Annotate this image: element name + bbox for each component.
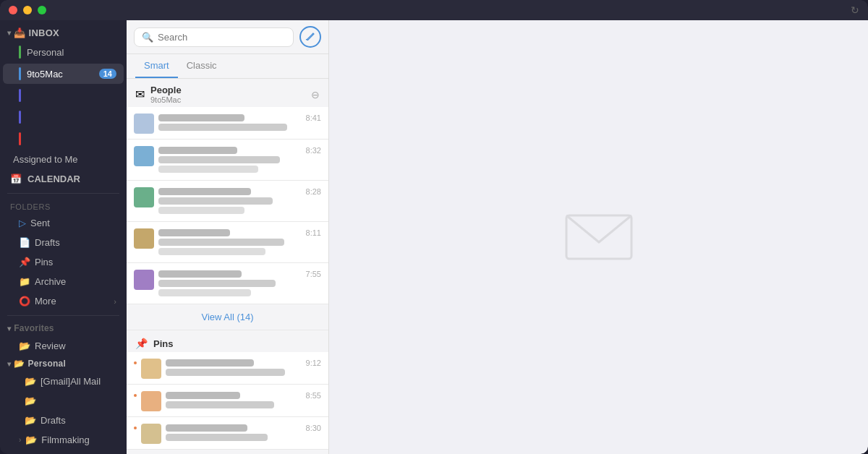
pin-indicator (134, 394, 137, 397)
pin-item[interactable]: 9:12 (127, 352, 328, 385)
compose-button[interactable] (299, 26, 321, 48)
pin-time: 8:55 (306, 391, 321, 400)
mail-list: ✉ People 9to5Mac ⊖ 8:41 (127, 79, 328, 454)
sidebar-item-more[interactable]: ⭕ More › (3, 292, 124, 310)
favorites-chevron: ▾ (7, 325, 11, 333)
sent-label: Sent (30, 218, 50, 228)
mail-time: 8:11 (306, 228, 321, 237)
mail-content (158, 186, 302, 216)
view-all-people-button[interactable]: View All (14) (127, 304, 328, 330)
people-collapse-btn[interactable]: ⊖ (311, 89, 320, 100)
search-bar: 🔍 (127, 20, 328, 54)
mail-item[interactable]: 8:32 (127, 140, 328, 181)
pin-subject-blur (166, 434, 268, 441)
mail-item[interactable]: 8:41 (127, 107, 328, 140)
pins-title: Pins (153, 338, 173, 349)
sidebar-item-filmmaking[interactable]: › 📂 Filmmaking (3, 431, 124, 449)
refresh-icon[interactable]: ↻ (851, 4, 859, 16)
mail-item[interactable]: 8:28 (127, 181, 328, 222)
pin-item[interactable]: 8:55 (127, 385, 328, 417)
mail-content (158, 268, 302, 299)
favorites-label: Favorites (14, 323, 54, 333)
search-input-wrap[interactable]: 🔍 (134, 27, 294, 47)
mail-item[interactable]: 7:55 (127, 263, 328, 304)
sidebar-item-account3[interactable] (3, 85, 124, 106)
gmail-all-icon: 📂 (25, 376, 36, 387)
account5-dot (19, 132, 21, 145)
subject-blur (158, 156, 280, 163)
view-all-pins-button[interactable]: View All (1135) (127, 450, 328, 454)
maximize-button[interactable] (38, 6, 46, 14)
preview-blur (158, 248, 265, 255)
pin-avatar (141, 359, 161, 379)
tab-classic[interactable]: Classic (178, 54, 226, 78)
mail-content (158, 112, 302, 133)
sidebar-item-gmail-item2[interactable]: 📂 (3, 392, 124, 410)
sidebar-item-account5[interactable] (3, 129, 124, 149)
9to5mac-dot (19, 67, 21, 80)
pin-content (166, 422, 302, 443)
pin-time: 9:12 (306, 359, 321, 367)
9to5mac-label: 9to5Mac (27, 69, 63, 80)
preview-blur (158, 207, 244, 214)
inbox-section[interactable]: ▾ 📥 INBOX (0, 25, 127, 41)
assigned-label: Assigned to Me (13, 154, 78, 165)
inbox-label: INBOX (29, 27, 59, 38)
pins-label: Pins (35, 257, 53, 267)
personal-fav-chevron: ▾ (7, 360, 11, 368)
filmmaking-icon: 📂 (25, 434, 37, 445)
account4-dot (19, 111, 21, 124)
calendar-icon: 📅 (10, 174, 22, 184)
mail-item[interactable]: 8:11 (127, 222, 328, 263)
avatar (134, 146, 154, 166)
minimize-button[interactable] (23, 6, 32, 14)
people-icon: ✉ (135, 87, 145, 101)
search-input[interactable] (158, 32, 286, 43)
pin-avatar (141, 391, 161, 411)
sidebar-item-account4[interactable] (3, 107, 124, 127)
sidebar-item-personal[interactable]: Personal (3, 42, 124, 62)
pins-section-icon: 📌 (135, 338, 148, 349)
personal-fav-label: Personal (28, 359, 67, 369)
sidebar-item-review[interactable]: 📂 Review (3, 337, 124, 355)
sidebar-item-drafts[interactable]: 📄 Drafts (3, 234, 124, 252)
sidebar-item-archive[interactable]: 📁 Archive (3, 273, 124, 291)
mail-content (158, 227, 302, 257)
titlebar: ↻ (0, 0, 868, 20)
app-body: ▾ 📥 INBOX Personal 9to5Mac 14 (0, 20, 868, 454)
people-title: People (150, 85, 182, 95)
avatar (134, 228, 154, 249)
more-label: More (35, 296, 56, 307)
close-button[interactable] (9, 6, 17, 14)
sidebar-item-9to5mac[interactable]: 9to5Mac 14 (3, 64, 124, 84)
sidebar-divider-2 (7, 315, 119, 316)
favorites-section[interactable]: ▾ Favorites (0, 320, 127, 336)
sidebar-item-assigned[interactable]: Assigned to Me (3, 150, 124, 168)
more-icon: ⭕ (19, 296, 30, 307)
personal-label: Personal (27, 47, 64, 58)
calendar-label: CALENDAR (27, 174, 80, 184)
drafts-label: Drafts (35, 237, 60, 248)
pin-content (166, 357, 302, 378)
pins-section-header: 📌 Pins (127, 330, 328, 352)
sidebar-calendar[interactable]: 📅 CALENDAR (0, 169, 127, 189)
sidebar-item-gmail-all[interactable]: 📂 [Gmail]All Mail (3, 372, 124, 390)
sender-blur (158, 114, 244, 121)
sidebar-item-sent[interactable]: ▷ Sent (3, 214, 124, 232)
tab-smart[interactable]: Smart (135, 54, 178, 78)
avatar (134, 187, 154, 207)
avatar (134, 113, 154, 134)
account3-dot (19, 89, 21, 102)
sender-blur (158, 188, 251, 195)
subject-blur (158, 280, 276, 287)
mail-content (158, 145, 302, 175)
personal-fav-section[interactable]: ▾ 📂 Personal (0, 356, 127, 372)
pin-sender-blur (166, 359, 254, 367)
sender-blur (158, 270, 242, 278)
drafts-fav-label: Drafts (41, 415, 66, 426)
pin-sender-blur (166, 392, 240, 399)
pin-avatar (141, 424, 161, 444)
sidebar-item-pins[interactable]: 📌 Pins (3, 253, 124, 271)
sidebar-item-drafts-fav[interactable]: 📂 Drafts (3, 411, 124, 429)
pin-item[interactable]: 8:30 (127, 417, 328, 450)
